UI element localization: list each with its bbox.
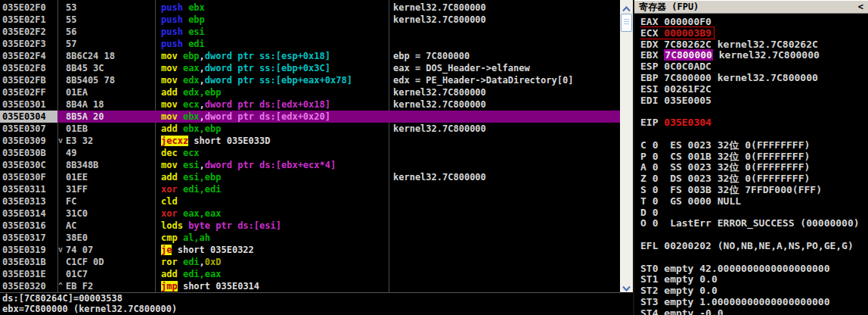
- disasm-row[interactable]: 035E030F01EEadd esi,ebpkernel32.7C800000: [0, 171, 620, 183]
- jump-down-icon: v: [58, 244, 63, 256]
- instruction-bytes: 01EE: [66, 171, 88, 183]
- register-line[interactable]: EDX 7C80262C kernel32.7C80262C: [640, 39, 867, 51]
- disasm-row[interactable]: 035E031E01C7add edi,eax: [0, 268, 620, 280]
- register-line[interactable]: EBP 7C800000 kernel32.7C800000: [640, 73, 867, 84]
- instruction-token: ebx: [188, 2, 205, 13]
- register-line[interactable]: ECX 000003B9: [640, 28, 867, 39]
- instruction-token: push: [161, 39, 188, 49]
- instruction-address: 035E02F0: [2, 2, 46, 14]
- instruction-bytes: 49: [66, 147, 76, 159]
- disasm-row[interactable]: 035E030C8B348Bmov esi,dword ptr ds:[ebx+…: [0, 159, 620, 171]
- disasm-row[interactable]: 035E0319v74 07je short 035E0322: [0, 244, 620, 256]
- instruction-token: mov: [161, 99, 183, 110]
- disassembly-pane[interactable]: 035E02F053push ebxkernel32.7C800000035E0…: [0, 0, 620, 292]
- info-pane: ds:[7C80264C]=00003538 ebx=7C800000 (ker…: [0, 292, 620, 315]
- scroll-down-icon[interactable]: [620, 280, 633, 292]
- register-name: EBX: [640, 49, 658, 61]
- instruction-text: mov ebx,dword ptr ds:[edx+0x20]: [161, 111, 330, 123]
- instruction-token: edi: [183, 257, 200, 267]
- register-line[interactable]: O 0 LastErr ERROR_SUCCESS (00000000): [640, 218, 867, 229]
- register-line[interactable]: ESP 0C0C0ADC: [640, 61, 867, 73]
- register-line[interactable]: ST2 empty 0.0: [640, 285, 867, 297]
- disasm-row[interactable]: 035E0309vE3 32jecxz short 035E033D: [0, 135, 620, 147]
- instruction-token: dword ptr ss:[ebp+eax+0x78]: [205, 75, 352, 86]
- instruction-token: jmp: [161, 281, 178, 292]
- instruction-address: 035E0320: [2, 280, 46, 292]
- disasm-row[interactable]: 035E03018B4A 18mov ecx,dword ptr ds:[edx…: [0, 98, 620, 111]
- disasm-row[interactable]: 035E031431C0xor eax,eax: [0, 207, 620, 220]
- register-line[interactable]: ST1 empty 0.0: [640, 274, 867, 285]
- instruction-text: cld: [161, 195, 178, 207]
- instruction-token: edi: [188, 39, 205, 49]
- register-line[interactable]: T 0 GS 0000 NULL: [640, 196, 867, 207]
- disasm-row[interactable]: 035E0316AClods byte ptr ds:[esi]: [0, 220, 620, 232]
- disasm-row[interactable]: 035E030701EBadd ebx,ebpkernel32.7C800000: [0, 123, 620, 135]
- register-line[interactable]: EIP 035E0304: [640, 117, 867, 129]
- instruction-address: 035E0311: [2, 183, 46, 195]
- disasm-vertical-scrollbar[interactable]: [620, 0, 633, 292]
- disasm-row[interactable]: 035E02F357push edi: [0, 38, 620, 50]
- disasm-row[interactable]: 035E0320^EB F2jmp short 035E0314: [0, 280, 620, 292]
- debugger-window: 035E02F053push ebxkernel32.7C800000035E0…: [0, 0, 868, 315]
- instruction-text: je short 035E0322: [161, 244, 254, 256]
- instruction-token: mov: [161, 111, 183, 122]
- instruction-token: ecx: [183, 148, 200, 158]
- register-line[interactable]: EDI 035E0005: [640, 95, 867, 107]
- register-line[interactable]: ST3 empty 1.00000000000000000000: [640, 297, 867, 308]
- instruction-address: 035E0317: [2, 232, 46, 244]
- register-line[interactable]: C 0 ES 0023 32位 0(FFFFFFFF): [640, 140, 867, 151]
- register-line[interactable]: EBX 7C800000 kernel32.7C800000: [640, 50, 867, 61]
- instruction-address: 035E02F3: [2, 38, 46, 50]
- disasm-row[interactable]: 035E02FF01EAadd edx,ebpkernel32.7C800000: [0, 86, 620, 98]
- disasm-row[interactable]: 035E031131FFxor edi,edi: [0, 183, 620, 195]
- disasm-row[interactable]: 035E02FB8B5405 78mov edx,dword ptr ss:[e…: [0, 74, 620, 86]
- disasm-row[interactable]: 035E030B49dec ecx: [0, 147, 620, 159]
- register-line[interactable]: ESI 00261F2C: [640, 84, 867, 95]
- instruction-text: jmp short 035E0314: [161, 280, 259, 292]
- registers-title: 寄存器 (FPU): [639, 1, 699, 13]
- disasm-row[interactable]: 035E02F155push ebpkernel32.7C800000: [0, 14, 620, 26]
- disasm-row-selected[interactable]: 035E03048B5A 20mov ebx,dword ptr ds:[edx…: [0, 111, 620, 123]
- disasm-row[interactable]: 035E0313FCcld: [0, 195, 620, 207]
- instruction-text: mov ebp,dword ptr ss:[esp+0x18]: [161, 50, 330, 62]
- instruction-token: edi,eax: [183, 269, 222, 279]
- disasm-row[interactable]: 035E02F256push esi: [0, 26, 620, 38]
- disasm-row[interactable]: 035E02F48B6C24 18mov ebp,dword ptr ss:[e…: [0, 50, 620, 62]
- instruction-token: 0xD: [205, 257, 222, 267]
- register-value: 035E0005: [664, 95, 711, 106]
- instruction-comment: kernel32.7C800000: [393, 123, 486, 135]
- collapse-icon[interactable]: <: [858, 1, 863, 13]
- instruction-token: dword ptr ds:[ebx+ecx*4]: [205, 160, 336, 170]
- disasm-row[interactable]: 035E02F88B45 3Cmov eax,dword ptr ss:[ebp…: [0, 62, 620, 74]
- register-line[interactable]: ST4 empty -0.0: [640, 308, 867, 315]
- instruction-token: dword ptr ds:[edx+0x20]: [205, 111, 330, 122]
- register-line[interactable]: D 0: [640, 207, 867, 219]
- register-line[interactable]: A 0 SS 0023 32位 0(FFFFFFFF): [640, 162, 867, 173]
- instruction-token: dword ptr ss:[esp+0x18]: [205, 51, 330, 61]
- register-line[interactable]: Z 0 DS 0023 32位 0(FFFFFFFF): [640, 173, 867, 185]
- registers-title-bar[interactable]: 寄存器 (FPU) <: [634, 0, 868, 14]
- instruction-text: mov edx,dword ptr ss:[ebp+eax+0x78]: [161, 74, 352, 86]
- register-line[interactable]: EFL 00200202 (NO,NB,NE,A,NS,PO,GE,G): [640, 241, 867, 252]
- instruction-token: xor: [161, 184, 183, 195]
- register-line[interactable]: P 0 CS 001B 32位 0(FFFFFFFF): [640, 151, 867, 163]
- instruction-token: push: [161, 27, 188, 37]
- scroll-up-icon[interactable]: [620, 1, 633, 12]
- disasm-row[interactable]: 035E031738E0cmp al,ah: [0, 232, 620, 244]
- instruction-token: je: [161, 245, 172, 255]
- instruction-address: 035E02F8: [2, 62, 46, 74]
- register-line[interactable]: ST0 empty 42.0000000000000000000: [640, 264, 867, 275]
- instruction-text: push ebx: [161, 2, 205, 14]
- register-line[interactable]: S 0 FS 003B 32位 7FFDF000(FFF): [640, 185, 867, 196]
- instruction-token: edx,ebp: [183, 87, 222, 98]
- registers-pane[interactable]: 寄存器 (FPU) < EAX 000000F0ECX 000003B9EDX …: [633, 0, 868, 315]
- scrollbar-thumb[interactable]: [621, 14, 632, 32]
- register-name: EBP: [640, 72, 658, 83]
- instruction-comment: kernel32.7C800000: [393, 98, 486, 111]
- instruction-text: xor edi,edi: [161, 183, 221, 195]
- instruction-token: al,ah: [183, 232, 210, 243]
- disasm-row[interactable]: 035E031BC1CF 0Dror edi,0xD: [0, 256, 620, 268]
- register-value: 7C800000: [664, 49, 713, 61]
- disasm-row[interactable]: 035E02F053push ebxkernel32.7C800000: [0, 2, 620, 14]
- instruction-token: ,: [200, 99, 205, 110]
